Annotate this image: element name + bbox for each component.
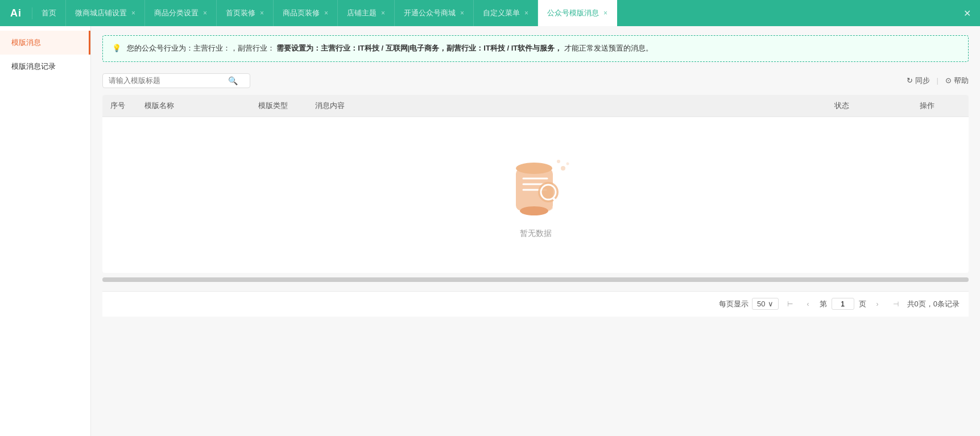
nav-item-theme[interactable]: 店铺主题 × (338, 0, 395, 26)
nav-close-mall[interactable]: × (460, 9, 464, 17)
chevron-down-icon: ∨ (768, 300, 774, 308)
nav-label-home-decor: 首页装修 (226, 8, 255, 18)
search-bar: 🔍 ↻ 同步 | ⊙ 帮助 (102, 73, 969, 88)
empty-text: 暂无数据 (114, 229, 957, 239)
content-area: 💡 您的公众号行业为：主营行业：，副营行业： 需要设置为：主营行业：IT科技 /… (91, 26, 980, 436)
help-button[interactable]: ⊙ 帮助 (945, 76, 969, 86)
sync-icon: ↻ (907, 76, 913, 85)
toolbar-divider: | (937, 76, 938, 85)
sidebar-item-template-msg[interactable]: 模版消息 (0, 31, 90, 55)
page-unit: 页 (859, 299, 866, 309)
page-label: 第 (820, 299, 827, 309)
svg-point-3 (520, 206, 548, 215)
empty-state: 暂无数据 (102, 117, 969, 273)
top-nav: Ai 首页 微商城店铺设置 × 商品分类设置 × 首页装修 × 商品页装修 × … (0, 0, 980, 26)
nav-close-menu[interactable]: × (524, 9, 528, 17)
svg-point-12 (557, 160, 560, 163)
search-input[interactable] (109, 76, 228, 85)
search-input-wrap: 🔍 (102, 73, 250, 88)
close-all-button[interactable]: ✕ (954, 8, 980, 19)
notice-suffix: 才能正常发送预置的消息。 (564, 44, 653, 52)
sidebar: 模版消息 模版消息记录 (0, 26, 91, 436)
nav-label-theme: 店铺主题 (347, 8, 377, 18)
help-label: 帮助 (954, 76, 969, 86)
table-header-row: 序号 模版名称 模版类型 消息内容 状态 操作 (102, 95, 969, 117)
sidebar-item-template-record[interactable]: 模版消息记录 (0, 55, 90, 78)
nav-label-home: 首页 (42, 8, 56, 18)
prev-page-button[interactable]: ‹ (801, 297, 815, 311)
nav-item-template-msg[interactable]: 公众号模版消息 × (538, 0, 617, 26)
nav-close-category[interactable]: × (203, 9, 207, 17)
nav-label-category: 商品分类设置 (154, 8, 199, 18)
nav-close-theme[interactable]: × (381, 9, 385, 17)
sync-button[interactable]: ↻ 同步 (907, 76, 930, 86)
total-label: 共0页，0条记录 (907, 299, 960, 309)
nav-item-mall[interactable]: 开通公众号商城 × (395, 0, 474, 26)
nav-item-home-decor[interactable]: 首页装修 × (217, 0, 274, 26)
sync-label: 同步 (915, 76, 930, 86)
nav-label-product-decor: 商品页装修 (283, 8, 320, 18)
first-page-button[interactable]: ⊢ (783, 297, 797, 311)
notice-icon: 💡 (112, 44, 121, 52)
svg-point-2 (516, 163, 552, 174)
scrollbar-thumb (102, 277, 969, 282)
nav-close-shop-settings[interactable]: × (131, 9, 135, 17)
nav-close-template-msg[interactable]: × (603, 9, 607, 17)
col-header-action: 操作 (912, 95, 969, 117)
pagination: 每页显示 50 ∨ ⊢ ‹ 第 页 › ⊣ 共0页，0条记录 (102, 291, 969, 317)
col-header-content: 消息内容 (307, 95, 826, 117)
nav-close-product-decor[interactable]: × (324, 9, 328, 17)
notice-box: 💡 您的公众号行业为：主营行业：，副营行业： 需要设置为：主营行业：IT科技 /… (102, 35, 969, 62)
nav-label-shop-settings: 微商城店铺设置 (75, 8, 127, 18)
nav-close-home-decor[interactable]: × (260, 9, 264, 17)
search-icon[interactable]: 🔍 (228, 76, 238, 85)
nav-item-menu[interactable]: 自定义菜单 × (474, 0, 538, 26)
nav-item-category[interactable]: 商品分类设置 × (145, 0, 217, 26)
page-size-select: 每页显示 50 ∨ (719, 298, 778, 310)
app-logo: Ai (0, 7, 32, 19)
col-header-index: 序号 (102, 95, 137, 117)
nav-item-product-decor[interactable]: 商品页装修 × (274, 0, 338, 26)
svg-point-10 (561, 166, 565, 171)
main-layout: 模版消息 模版消息记录 💡 您的公众号行业为：主营行业：，副营行业： 需要设置为… (0, 26, 980, 436)
nav-label-mall: 开通公众号商城 (404, 8, 456, 18)
col-header-type: 模版类型 (250, 95, 307, 117)
nav-label-template-msg: 公众号模版消息 (547, 8, 599, 18)
nav-item-shop-settings[interactable]: 微商城店铺设置 × (66, 0, 145, 26)
data-table: 序号 模版名称 模版类型 消息内容 状态 操作 (102, 95, 969, 273)
nav-label-menu: 自定义菜单 (483, 8, 520, 18)
notice-highlight: 需要设置为：主营行业：IT科技 / 互联网|电子商务，副营行业：IT科技 / I… (276, 44, 562, 52)
toolbar-right: ↻ 同步 | ⊙ 帮助 (907, 76, 969, 86)
svg-line-9 (553, 198, 559, 204)
nav-item-home[interactable]: 首页 (32, 0, 66, 26)
notice-prefix: 您的公众号行业为：主营行业：，副营行业： (127, 44, 275, 52)
col-header-status: 状态 (826, 95, 912, 117)
last-page-button[interactable]: ⊣ (889, 297, 903, 311)
col-header-name: 模版名称 (137, 95, 250, 117)
page-size-dropdown[interactable]: 50 ∨ (752, 298, 778, 310)
page-input[interactable] (832, 298, 854, 310)
help-icon: ⊙ (945, 76, 952, 85)
svg-point-11 (566, 162, 569, 165)
page-size-value: 50 (757, 300, 765, 308)
empty-illustration (502, 151, 570, 219)
horizontal-scrollbar[interactable] (102, 277, 969, 282)
next-page-button[interactable]: › (871, 297, 884, 311)
page-size-label: 每页显示 (719, 299, 749, 309)
